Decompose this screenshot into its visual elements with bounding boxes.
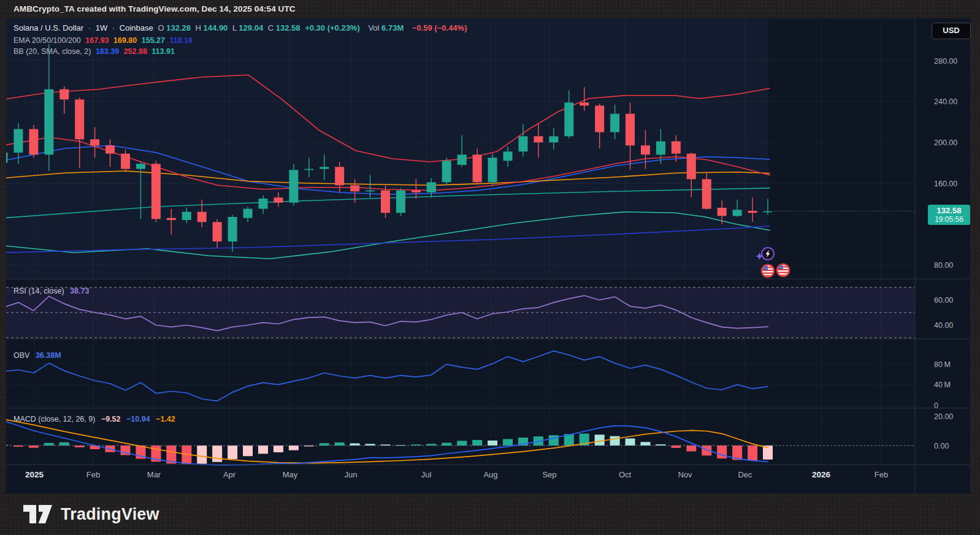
macd-label: MACD (close, 12, 26, 9) [13, 415, 95, 423]
candle-body [733, 210, 742, 216]
candle-body [350, 185, 359, 191]
price-axis-tick[interactable]: 200.00 [934, 138, 957, 147]
candle-body [656, 142, 665, 155]
rsi-axis-tick[interactable]: 60.00 [934, 296, 953, 305]
ohlc-close-value: 132.58 [276, 23, 301, 32]
candle-body [442, 161, 451, 182]
obv-axis-tick[interactable]: 40 M [934, 381, 951, 389]
bb-legend[interactable]: BB (20, SMA, close, 2) 183.39 252.88 113… [13, 47, 177, 56]
price-axis-tick[interactable]: 240.00 [934, 97, 957, 106]
time-axis-label[interactable]: Jul [421, 470, 432, 479]
bb-basis-value: 183.39 [96, 47, 119, 56]
macd-legend[interactable]: MACD (close, 12, 26, 9) −9.52 −10.94 −1.… [13, 415, 175, 423]
bb-upper-value: 252.88 [124, 47, 147, 56]
us-flag-event-icon[interactable] [777, 264, 789, 276]
macd-histogram-bar [320, 443, 329, 446]
candle-body [228, 217, 237, 241]
ohlc-low-value: 129.04 [239, 23, 263, 32]
tradingview-logo-icon[interactable] [23, 505, 53, 524]
macd-hist-value: −9.52 [101, 415, 121, 423]
macd-signal-value: −1.42 [156, 415, 175, 423]
time-axis-label[interactable]: May [283, 470, 298, 479]
time-axis-label[interactable]: Apr [223, 470, 236, 479]
time-axis-label[interactable]: Aug [483, 470, 497, 479]
time-axis-label[interactable]: 2026 [812, 470, 831, 479]
rsi-legend[interactable]: RSI (14, close) 38.73 [13, 287, 89, 295]
attribution-bar: AMBCrypto_TA created with TradingView.co… [0, 0, 980, 18]
obv-axis-tick[interactable]: 0 [934, 401, 938, 410]
macd-histogram-bar [610, 436, 620, 446]
rsi-axis-tick[interactable]: 40.00 [934, 321, 953, 330]
time-axis-label[interactable]: Feb [86, 470, 100, 479]
bb-label: BB (20, SMA, close, 2) [13, 47, 91, 56]
macd-histogram-bar [197, 446, 207, 464]
candle-body [151, 164, 161, 219]
obv-legend[interactable]: OBV 36.38M [13, 351, 61, 360]
macd-axis-tick[interactable]: 20.00 [934, 412, 953, 421]
ema-legend[interactable]: EMA 20/50/100/200 167.93 169.80 155.27 1… [13, 36, 195, 45]
price-axis-tick[interactable]: 160.00 [934, 180, 957, 188]
macd-histogram-bar [626, 438, 635, 446]
macd-histogram-bar [243, 446, 253, 456]
time-axis-label[interactable]: Jun [345, 470, 358, 479]
macd-histogram-bar [686, 446, 696, 452]
ema50-value: 169.80 [113, 36, 137, 45]
macd-axis-tick[interactable]: 0.00 [934, 442, 949, 450]
time-axis-label[interactable]: Oct [619, 470, 632, 479]
candle-body [687, 154, 696, 180]
volume-key: Vol [368, 23, 379, 32]
candle-body [13, 129, 23, 153]
ohlc-high-key: H [196, 23, 201, 32]
macd-histogram-bar [289, 446, 299, 450]
macd-histogram-bar [503, 439, 513, 446]
candle-body [197, 212, 207, 222]
ema100-value: 155.27 [142, 36, 165, 45]
candle-body [304, 169, 313, 170]
candle-body [718, 208, 727, 216]
time-axis-label[interactable]: Nov [678, 470, 692, 479]
macd-histogram-bar [640, 442, 650, 446]
candle-body [595, 105, 604, 132]
time-axis-label[interactable]: Feb [875, 470, 888, 479]
candle-body [366, 191, 375, 192]
attribution-text: AMBCrypto_TA created with TradingView.co… [13, 4, 296, 13]
price-axis-tick[interactable]: 280.00 [934, 57, 957, 66]
macd-histogram-bar [335, 442, 345, 446]
currency-toggle-button[interactable]: USD [932, 23, 971, 39]
us-flag-event-icon[interactable] [762, 265, 774, 277]
macd-line-value: −10.94 [126, 415, 150, 423]
candle-body [44, 89, 53, 155]
macd-histogram-bar [44, 443, 54, 446]
candle-body [473, 154, 482, 182]
macd-histogram-bar [595, 434, 605, 446]
time-axis-label[interactable]: 2025 [25, 470, 44, 479]
bar-countdown[interactable]: 19:05:56 [935, 215, 963, 224]
time-axis-label[interactable]: Mar [147, 470, 161, 479]
interval-label[interactable]: 1W [96, 23, 108, 32]
candle-body [564, 102, 573, 136]
obv-label: OBV [13, 351, 29, 360]
candle-body [243, 209, 253, 218]
volume-change: −0.59 (−0.44%) [412, 23, 467, 32]
candle-body [488, 157, 497, 182]
macd-histogram-bar [656, 444, 665, 446]
time-axis-label[interactable]: Sep [542, 470, 556, 479]
candle-body [672, 142, 681, 154]
tradingview-logo-text[interactable]: TradingView [61, 505, 159, 524]
time-axis-label[interactable]: Dec [738, 470, 752, 479]
candle-body [457, 154, 467, 165]
candle-body [549, 136, 558, 142]
candle-body [396, 191, 405, 213]
current-price-badge-value[interactable]: 132.58 [937, 206, 962, 215]
macd-histogram-bar [442, 442, 451, 446]
obv-axis-tick[interactable]: 80 M [934, 360, 951, 369]
macd-histogram-bar [671, 446, 681, 448]
ohlc-open-value: 132.28 [166, 23, 191, 32]
price-axis-tick[interactable]: 80.00 [934, 261, 953, 270]
ohlc-open-key: O [158, 23, 164, 32]
macd-histogram-bar [29, 446, 39, 448]
symbol-legend[interactable]: Solana / U.S. Dollar · 1W · Coinbase O 1… [13, 23, 469, 32]
obv-value: 36.38M [36, 351, 61, 360]
ema200-value: 118.16 [169, 36, 193, 45]
candle-body [289, 170, 298, 202]
